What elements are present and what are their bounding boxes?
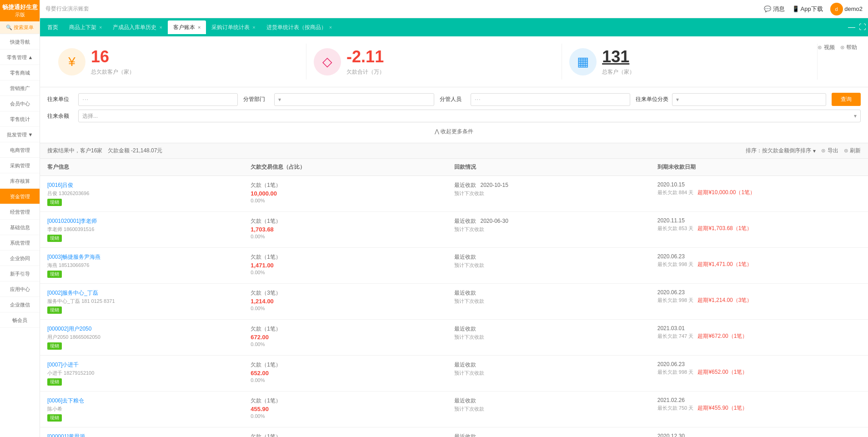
sidebar-item-basic-info[interactable]: 基础信息 xyxy=(0,220,40,235)
tab-product-listing[interactable]: 商品上下架 × xyxy=(64,20,107,34)
filter-dept-select[interactable] xyxy=(274,93,434,106)
sidebar-item-collab[interactable]: 企业协同 xyxy=(0,251,40,266)
app-download-button[interactable]: 📱 App下载 xyxy=(792,5,823,13)
filter-row-1: 往来单位 ··· 分管部门 分管人员 ··· 往来单位分类 xyxy=(47,93,861,106)
sidebar-item-purchase[interactable]: 采购管理 xyxy=(0,158,40,173)
overdue-amount-5[interactable]: 超期¥652.00（1笔） xyxy=(697,369,748,375)
customer-tag-4: 现销 xyxy=(47,342,62,350)
tab-production-history-close[interactable]: × xyxy=(159,25,162,30)
overdue-amount-2[interactable]: 超期¥1,471.00（1笔） xyxy=(697,261,752,267)
result-count: 搜索结果中，客户16家 xyxy=(47,147,102,154)
customer-name-1[interactable]: [0001020001]李老师 xyxy=(47,218,97,224)
sidebar-item-retail-mall[interactable]: 零售商城 xyxy=(0,65,40,80)
overdue-amount-3[interactable]: 超期¥1,214.00（3笔） xyxy=(697,297,752,303)
sidebar-item-quick-nav[interactable]: 快捷导航 xyxy=(0,34,40,50)
collect-label-1: 最近收款 2020-06-30 xyxy=(454,217,657,225)
sidebar-item-wholesale[interactable]: 批发管理 ▼ xyxy=(0,127,40,142)
customer-tag-1: 现销 xyxy=(47,235,62,242)
debt-amount-4[interactable]: 672.00 xyxy=(251,334,454,341)
sidebar-item-system[interactable]: 系统管理 xyxy=(0,235,40,251)
tab-home[interactable]: 首页 xyxy=(42,20,64,34)
cell-debt-2: 欠款（1笔） 1,471.00 0.00% xyxy=(251,253,454,275)
avatar[interactable]: d demo2 xyxy=(830,3,863,15)
sidebar-item-finance[interactable]: 资金管理 xyxy=(0,189,40,204)
video-help-button[interactable]: ⊙ 视频 xyxy=(818,44,834,51)
result-amount: 欠款金额 -21,148.07元 xyxy=(108,147,163,154)
collect-label-3: 最近收款 xyxy=(454,289,657,297)
result-actions: 排序：按欠款金额倒序排序 ▾ ⊙ 导出 ⊙ 刷新 xyxy=(746,147,861,155)
customer-name-2[interactable]: [0003]畅捷服务尹海燕 xyxy=(47,254,100,260)
export-button[interactable]: ⊙ 导出 xyxy=(821,147,838,155)
tab-product-listing-label: 商品上下架 xyxy=(69,24,96,31)
filter-person-input[interactable]: ··· xyxy=(471,93,630,106)
tab-product-listing-close[interactable]: × xyxy=(99,25,102,30)
help-button[interactable]: ⊙ 帮助 xyxy=(840,44,857,51)
debt-amount-5[interactable]: 652.00 xyxy=(251,370,454,377)
collab-label: 企业协同 xyxy=(2,255,38,262)
tab-customer-ledger[interactable]: 客户账本 × xyxy=(168,20,206,34)
customer-name-3[interactable]: [0002]服务中心_丁磊 xyxy=(47,290,98,296)
tab-minimize-button[interactable]: — xyxy=(848,23,855,31)
cell-debt-0: 欠款（1笔） 10,000.00 0.00% xyxy=(251,181,454,203)
cell-collect-0: 最近收款 2020-10-15 预计下次收款 xyxy=(454,181,657,197)
debt-amount-2[interactable]: 1,471.00 xyxy=(251,262,454,269)
tab-home-label: 首页 xyxy=(47,24,58,31)
debt-amount-6[interactable]: 455.90 xyxy=(251,406,454,412)
collapse-button[interactable]: ⋀ 收起更多条件 xyxy=(47,126,861,137)
filter-group-partner: 往来单位 ··· xyxy=(47,93,238,106)
filter-partner-input[interactable]: ··· xyxy=(78,93,238,106)
customer-name-6[interactable]: [0006]去下粮仓 xyxy=(47,397,84,404)
overdue-amount-1[interactable]: 超期¥1,703.68（1笔） xyxy=(697,225,752,231)
refresh-button[interactable]: ⊙ 刷新 xyxy=(844,147,861,155)
debt-amount-3[interactable]: 1,214.00 xyxy=(251,298,454,305)
debt-amount-1[interactable]: 1,703.68 xyxy=(251,226,454,233)
tab-purchase-stats-close[interactable]: × xyxy=(252,25,255,30)
customer-phone-2: 海燕 18513066976 xyxy=(47,262,251,269)
overdue-amount-0[interactable]: 超期¥10,000.00（1笔） xyxy=(697,189,755,196)
customer-phone-5: 小进千 18279152100 xyxy=(47,370,251,377)
filter-category-select[interactable] xyxy=(672,93,826,106)
sidebar-item-operations[interactable]: 经营管理 xyxy=(0,204,40,220)
search-menu-button[interactable]: 🔍 搜索菜单 xyxy=(0,21,40,34)
sidebar-item-retail-mgmt[interactable]: 零售管理 ▲ xyxy=(0,50,40,65)
filter-balance-select[interactable]: 选择... xyxy=(78,110,861,122)
tab-goods-stats-label: 进货单统计表（按商品） xyxy=(266,24,326,31)
stat-card-debt-customers: ¥ 16 总欠款客户（家） xyxy=(51,44,306,80)
customer-phone-6: 陈小希 xyxy=(47,406,251,412)
customer-name-5[interactable]: [0007]小进千 xyxy=(47,362,79,368)
sort-select[interactable]: 排序：按欠款金额倒序排序 ▾ xyxy=(746,147,816,155)
system-label: 系统管理 xyxy=(2,240,38,246)
stats-row: ¥ 16 总欠款客户（家） ◇ -2.11 欠款合计（万） ▦ 131 总客户（… xyxy=(40,36,868,87)
total-customers-icon: ▦ xyxy=(569,48,597,75)
sidebar-item-newbie[interactable]: 新手引导 xyxy=(0,266,40,281)
search-button[interactable]: 查询 xyxy=(832,93,861,106)
overdue-amount-6[interactable]: 超期¥455.90（1笔） xyxy=(697,405,748,411)
sidebar-item-member2[interactable]: 畅会员 xyxy=(0,312,40,328)
tab-goods-stats[interactable]: 进货单统计表（按商品） × xyxy=(261,20,337,34)
customer-name-0[interactable]: [0016]吕俊 xyxy=(47,182,73,188)
total-customers-value: 131 xyxy=(602,47,635,66)
debt-customers-icon: ¥ xyxy=(58,48,85,75)
tab-customer-ledger-close[interactable]: × xyxy=(198,25,201,30)
tab-production-history[interactable]: 产成品入库单历史 × xyxy=(107,20,167,34)
sidebar-item-ecommerce[interactable]: 电商管理 xyxy=(0,142,40,158)
sidebar-item-member[interactable]: 会员中心 xyxy=(0,96,40,111)
customer-name-7[interactable]: [000001]黄思源 xyxy=(47,433,85,437)
debt-total-value: -2.11 xyxy=(346,47,385,66)
sidebar-item-retail-stats[interactable]: 零售统计 xyxy=(0,111,40,127)
overdue-amount-4[interactable]: 超期¥672.00（1笔） xyxy=(697,333,748,339)
sidebar-item-inventory[interactable]: 库存核算 xyxy=(0,173,40,189)
cell-overdue-2: 2020.06.23 最长欠款 998 天 超期¥1,471.00（1笔） xyxy=(657,253,861,268)
purchase-label: 采购管理 xyxy=(2,162,38,169)
tab-goods-stats-close[interactable]: × xyxy=(329,25,332,30)
message-button[interactable]: 💬 消息 xyxy=(764,5,785,13)
sidebar-item-wechat[interactable]: 企业微信 xyxy=(0,297,40,312)
debt-amount-0[interactable]: 10,000.00 xyxy=(251,190,454,197)
sidebar-item-app-center[interactable]: 应用中心 xyxy=(0,281,40,297)
tab-maximize-button[interactable]: ⛶ xyxy=(859,23,866,31)
filter-person-label: 分管人员 xyxy=(440,95,467,103)
tab-purchase-stats[interactable]: 采购订单统计表 × xyxy=(206,20,261,34)
customer-name-4[interactable]: [000002]用户2050 xyxy=(47,326,91,332)
debt-ratio-1: 0.00% xyxy=(251,234,454,239)
sidebar-item-marketing[interactable]: 营销推广 xyxy=(0,80,40,96)
